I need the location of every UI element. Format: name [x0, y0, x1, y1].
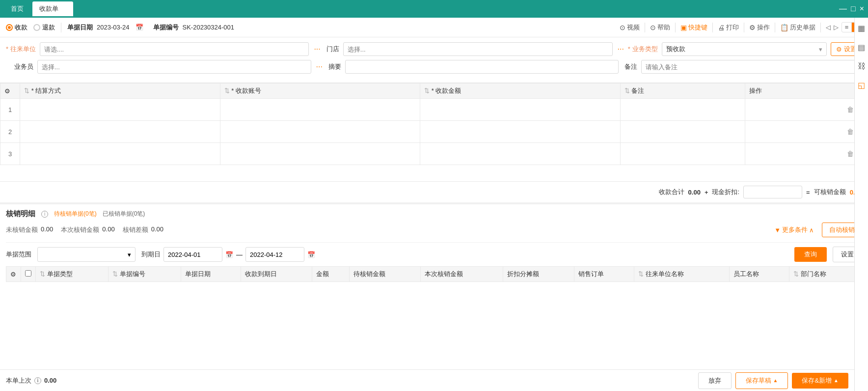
- minimize-button[interactable]: —: [839, 4, 847, 13]
- store-more-icon[interactable]: ···: [618, 45, 624, 54]
- sep3: [675, 23, 676, 32]
- business-type-arrow: ▾: [819, 46, 822, 53]
- separator-1: [61, 23, 61, 32]
- remark-input[interactable]: [641, 60, 862, 74]
- right-sidebar: ▦ ▤ ⛓ ◱: [854, 18, 868, 391]
- col-payment-method: ⇅ * 结算方式: [20, 84, 220, 99]
- save-draft-arrow: ▲: [773, 378, 778, 383]
- row-2-payment[interactable]: [20, 121, 220, 143]
- calendar-to-icon[interactable]: 📅: [307, 251, 315, 258]
- range-select[interactable]: ▾: [37, 247, 136, 262]
- help-icon: ⊙: [650, 24, 656, 31]
- counterpart-input[interactable]: [40, 42, 309, 56]
- sort-icon2: ⇅: [224, 87, 230, 94]
- this-bill-label: 本单上次: [6, 376, 31, 385]
- summary-input[interactable]: [345, 60, 619, 74]
- net-label: 可核销金额: [814, 188, 846, 196]
- col-setting[interactable]: ⚙: [0, 84, 20, 99]
- toolbar-actions: ⊙ 视频 ⊙ 帮助 ▣ 快捷键 🖨 打印 ⚙ 操作: [620, 22, 862, 32]
- radio-refund[interactable]: 退款: [33, 23, 55, 32]
- col-amount: ⇅ * 收款金额: [420, 84, 621, 99]
- row-3-account[interactable]: [220, 143, 420, 165]
- btcol-department: ⇅ 部门名称: [789, 267, 862, 282]
- pending-tab[interactable]: 待核销单据(0笔): [54, 210, 97, 218]
- row-1-amount[interactable]: [420, 99, 621, 121]
- sep6: [775, 23, 775, 32]
- salesman-input[interactable]: [37, 60, 311, 74]
- discount-input[interactable]: [743, 186, 802, 198]
- row-2-delete-icon[interactable]: 🗑: [847, 128, 854, 136]
- row-3-payment[interactable]: [20, 143, 220, 165]
- row-num-1: 1: [0, 99, 20, 121]
- current-verify-amount: 本次核销金额 0.00: [61, 225, 114, 234]
- video-action[interactable]: ⊙ 视频: [620, 23, 640, 32]
- radio-receipt-dot: [6, 24, 13, 31]
- sidebar-list-icon[interactable]: ▤: [856, 41, 867, 54]
- row-1-delete-icon[interactable]: 🗑: [847, 106, 854, 113]
- date-to-input[interactable]: [245, 247, 304, 262]
- btcol-checkbox[interactable]: [21, 267, 36, 282]
- done-tab[interactable]: 已核销单据(0笔): [103, 210, 145, 218]
- row-2-remark[interactable]: [620, 121, 745, 143]
- salesman-label: 业务员: [6, 62, 33, 71]
- tab-receipt[interactable]: 收款单 ×: [32, 1, 73, 16]
- help-action[interactable]: ⊙ 帮助: [650, 23, 670, 32]
- shortcut-action[interactable]: ▣ 快捷键: [680, 23, 707, 32]
- next-icon[interactable]: ▷: [834, 24, 839, 31]
- discard-button[interactable]: 放弃: [698, 372, 732, 389]
- verify-diff: 核销差额 0.00: [123, 225, 163, 234]
- due-label: 到期日: [141, 250, 161, 259]
- row-3-amount[interactable]: [420, 143, 621, 165]
- row-num-3: 3: [0, 143, 20, 165]
- btcol-discount: 折扣分摊额: [503, 267, 574, 282]
- close-tab-icon[interactable]: ×: [62, 4, 66, 12]
- close-window-button[interactable]: ×: [860, 4, 864, 13]
- business-type-select[interactable]: 预收款 ▾: [662, 42, 827, 56]
- range-label: 单据范围: [6, 250, 31, 259]
- toolbar: 收款 退款 单据日期 2023-03-24 📅 单据编号 SK-20230324…: [0, 18, 868, 37]
- row-1-remark[interactable]: [620, 99, 745, 121]
- radio-receipt[interactable]: 收款: [6, 23, 27, 32]
- more-conditions-btn[interactable]: ▼ 更多条件 ∧: [774, 225, 814, 234]
- save-draft-button[interactable]: 保存草稿 ▲: [735, 372, 788, 389]
- table-gear-icon: ⚙: [4, 87, 10, 95]
- calendar-icon[interactable]: 📅: [136, 24, 143, 31]
- row-3-action: 🗑 ⧉: [745, 143, 868, 165]
- row-3-remark[interactable]: [620, 143, 745, 165]
- prev-icon[interactable]: ◁: [826, 24, 831, 31]
- row-2-account[interactable]: [220, 121, 420, 143]
- btcol-setting[interactable]: ⚙: [6, 267, 21, 282]
- business-type-value: 预收款: [666, 45, 685, 54]
- discount-label: 现金折扣:: [712, 188, 739, 196]
- store-input[interactable]: [343, 42, 613, 56]
- btcol-bill-no: ⇅ 单据编号: [108, 267, 181, 282]
- verify-section: 核销明细 i 待核销单据(0笔) 已核销单据(0笔) 未核销金额 0.00 本次…: [0, 202, 868, 287]
- sidebar-expand-icon[interactable]: ◱: [856, 79, 867, 92]
- store-label: 门店: [325, 45, 339, 54]
- row-1-payment[interactable]: [20, 99, 220, 121]
- sidebar-link-icon[interactable]: ⛓: [856, 60, 868, 73]
- select-all-checkbox[interactable]: [25, 270, 31, 277]
- receipt-table: ⚙ ⇅ * 结算方式 ⇅ * 收款账号 ⇅ * 收款金额 ⇅: [0, 83, 868, 165]
- row-num-2: 2: [0, 121, 20, 143]
- list-view-btn[interactable]: ≡: [842, 23, 852, 32]
- tab-home[interactable]: 首页: [4, 1, 30, 16]
- footer-info-icon[interactable]: ℹ: [34, 377, 41, 384]
- salesman-more-icon[interactable]: ···: [316, 62, 323, 71]
- row-2-amount[interactable]: [420, 121, 621, 143]
- calendar-from-icon[interactable]: 📅: [225, 251, 233, 258]
- operation-action[interactable]: ⚙ 操作: [749, 23, 770, 32]
- maximize-button[interactable]: □: [851, 4, 856, 13]
- counterpart-more-icon[interactable]: ···: [314, 45, 320, 54]
- history-action[interactable]: 📋 历史单据: [780, 23, 815, 32]
- sidebar-table-icon[interactable]: ▦: [856, 22, 867, 35]
- date-from-input[interactable]: [163, 247, 222, 262]
- btcol-due-date: 收款到期日: [241, 267, 312, 282]
- save-new-button[interactable]: 保存&新增 ▲: [792, 373, 848, 389]
- row-1-account[interactable]: [220, 99, 420, 121]
- print-action[interactable]: 🖨 打印: [718, 23, 739, 32]
- verify-info-icon[interactable]: i: [41, 211, 48, 218]
- row-2-action: 🗑 ⧉: [745, 121, 868, 143]
- query-button[interactable]: 查询: [794, 247, 827, 262]
- row-3-delete-icon[interactable]: 🗑: [847, 150, 854, 158]
